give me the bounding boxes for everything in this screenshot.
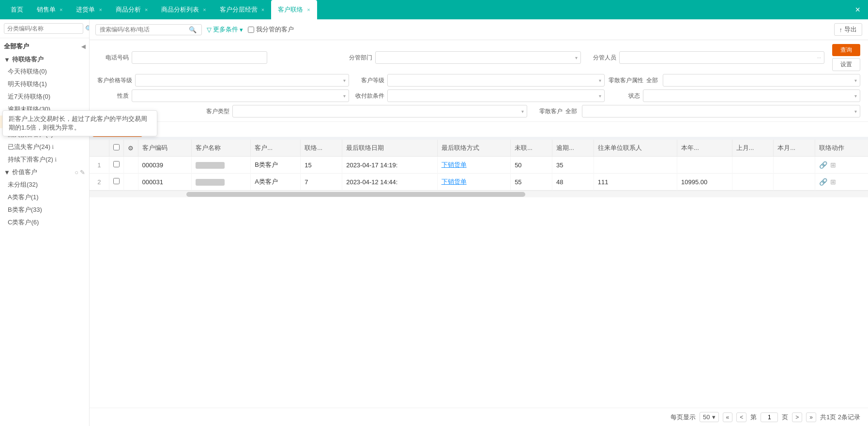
nav-customer-segmentation[interactable]: 客户分层经营 × — [213, 0, 271, 19]
prev-page-btn[interactable]: < — [736, 412, 746, 422]
filter-payment-select[interactable]: ▾ — [387, 89, 605, 102]
filter-customer-type-select[interactable]: ▾ — [232, 105, 527, 118]
per-page-select[interactable]: 50 ▾ — [700, 412, 718, 422]
row1-last-contact-method[interactable]: 下销货单 — [437, 157, 510, 174]
row2-no-contact: 55 — [511, 174, 552, 191]
col-header-customer-type: 客户... — [251, 140, 301, 157]
filter-payment: 收付款条件 ▾ — [353, 89, 605, 102]
query-button[interactable]: 查询 — [832, 44, 860, 56]
search-input[interactable] — [100, 26, 187, 33]
row1-method-link[interactable]: 下销货单 — [442, 161, 467, 168]
filter-customer-type: 客户类型 ▾ — [198, 105, 527, 118]
sidebar-item-declining[interactable]: 持续下滑客户(2) ℹ — [0, 153, 89, 166]
row2-settings — [123, 174, 138, 191]
row1-checkbox-input[interactable] — [113, 161, 120, 167]
export-button[interactable]: ↑ 导出 — [834, 23, 863, 36]
nav-close-segmentation[interactable]: × — [261, 7, 264, 13]
customer-level-arrow: ▾ — [599, 78, 601, 83]
page-label: 第 — [750, 413, 757, 422]
page-number-input[interactable] — [761, 412, 778, 422]
row2-code: 000031 — [138, 174, 191, 191]
table-header-row: ⚙ 客户编码 客户名称 客户... 联络... 最后联络日期 最后联络方式 未联… — [90, 140, 868, 157]
nav-home[interactable]: 首页 — [4, 0, 30, 19]
nav-product-analysis[interactable]: 商品分析 × — [109, 0, 154, 19]
payment-arrow: ▾ — [599, 93, 601, 99]
row1-overdue: 35 — [552, 157, 594, 174]
last-page-btn[interactable]: » — [806, 412, 816, 422]
row1-more-icon[interactable]: ⊞ — [830, 161, 836, 169]
nav-close-contact[interactable]: × — [307, 7, 310, 13]
nav-customer-contact[interactable]: 客户联络 × — [271, 0, 317, 19]
row2-checkbox[interactable] — [109, 174, 123, 191]
filter-dept: 分管部门 ▾ — [341, 51, 580, 64]
info-icon-already-lost: ℹ — [52, 144, 54, 150]
more-conditions-btn[interactable]: ▽ 更多条件 ▾ — [207, 25, 243, 34]
top-navigation: 首页 销售单 × 进货单 × 商品分析 × 商品分析列表 × 客户分层经营 × … — [0, 0, 868, 19]
sidebar-item-c-class[interactable]: C类客户(6) — [0, 216, 89, 229]
settings-button[interactable]: 设置 — [832, 58, 860, 71]
my-customer-checkbox[interactable] — [248, 27, 254, 33]
content-area: 🔍 ▽ 更多条件 ▾ 我分管的客户 ↑ 导出 电话号码 — [90, 19, 868, 426]
sidebar-item-7days-pending[interactable]: 近7天待联络(0) — [0, 90, 89, 103]
nav-close-all-btn[interactable]: × — [851, 5, 864, 15]
row1-link-icon[interactable]: 🔗 — [819, 161, 827, 169]
nav-close-analysis-list[interactable]: × — [203, 7, 206, 13]
row2-checkbox-input[interactable] — [113, 178, 120, 184]
horizontal-scrollbar[interactable] — [90, 191, 868, 197]
sidebar-item-b-class[interactable]: B类客户(33) — [0, 204, 89, 216]
nav-sales-order[interactable]: 销售单 × — [30, 0, 69, 19]
filter-gender-select[interactable]: ▾ — [132, 89, 349, 102]
nav-close-analysis[interactable]: × — [145, 7, 148, 13]
row1-checkbox[interactable] — [109, 157, 123, 174]
nav-purchase-order[interactable]: 进货单 × — [69, 0, 108, 19]
row1-name — [191, 157, 251, 174]
filter-retail-select[interactable]: ▾ — [582, 105, 860, 118]
row2-this-year: 10995.00 — [677, 174, 732, 191]
scrollbar-thumb[interactable] — [186, 192, 525, 197]
filter-dept-select[interactable]: ▾ — [375, 51, 580, 64]
tooltip-text: 距客户上次交易时长，超过了此客户的平均交易周期的1.5倍，则视为异常。 — [9, 115, 147, 131]
sidebar-search-input[interactable] — [4, 23, 83, 34]
search-input-wrap[interactable]: 🔍 — [95, 24, 202, 35]
sidebar-item-a-class[interactable]: A类客户(1) — [0, 191, 89, 204]
filter-status-select[interactable]: ▾ — [643, 89, 860, 102]
row2-last-contact-method[interactable]: 下销货单 — [437, 174, 510, 191]
nav-close-purchase[interactable]: × — [99, 7, 102, 13]
row1-name-blur — [196, 162, 225, 169]
sidebar-collapse-icon[interactable]: ◀ — [81, 44, 85, 50]
my-customer-checkbox-area[interactable]: 我分管的客户 — [248, 25, 294, 34]
select-all-checkbox[interactable] — [113, 144, 120, 150]
value-customer-edit-icon[interactable]: ✎ — [80, 169, 85, 176]
row1-this-year — [677, 157, 732, 174]
nav-product-analysis-list[interactable]: 商品分析列表 × — [154, 0, 213, 19]
filter-customer-level-select[interactable]: ▾ — [387, 74, 605, 87]
sidebar-item-tomorrow-pending[interactable]: 明天待联络(1) — [0, 78, 89, 90]
triangle-icon-value: ▼ — [4, 169, 10, 176]
row2-method-link[interactable]: 下销货单 — [442, 178, 467, 185]
sidebar-item-already-lost[interactable]: 已流失客户(24) ℹ — [0, 141, 89, 153]
row1-last-month — [732, 157, 774, 174]
sidebar-value-customer-group[interactable]: ▼ 价值客户 ○ ✎ — [0, 166, 89, 178]
first-page-btn[interactable]: « — [723, 412, 733, 422]
filter-phone-input[interactable] — [132, 51, 267, 64]
filter-price-level-select[interactable]: ▾ — [135, 74, 349, 87]
filter-retail-attr-select[interactable]: ▾ — [663, 74, 860, 87]
row2-name — [191, 174, 251, 191]
data-table-container: ⚙ 客户编码 客户名称 客户... 联络... 最后联络日期 最后联络方式 未联… — [90, 140, 868, 408]
row2-link-icon[interactable]: 🔗 — [819, 178, 827, 186]
next-page-btn[interactable]: > — [792, 412, 802, 422]
col-header-settings[interactable]: ⚙ — [123, 140, 138, 157]
row2-last-month — [732, 174, 774, 191]
search-input-icon: 🔍 — [189, 26, 197, 33]
sidebar-item-ungroup[interactable]: 未分组(32) — [0, 178, 89, 191]
col-header-code: 客户编码 — [138, 140, 191, 157]
row2-more-icon[interactable]: ⊞ — [830, 178, 836, 186]
row2-name-blur — [196, 179, 225, 186]
value-customer-add-icon[interactable]: ○ — [75, 169, 78, 176]
row2-unit-contacts: 111 — [594, 174, 677, 191]
filter-manager-select[interactable]: ··· — [619, 51, 824, 64]
row1-customer-type: B类客户 — [251, 157, 301, 174]
sidebar-search-icon[interactable]: 🔍 — [85, 25, 90, 32]
sidebar-item-today-pending[interactable]: 今天待联络(0) — [0, 65, 89, 78]
nav-close-sales[interactable]: × — [60, 7, 62, 13]
